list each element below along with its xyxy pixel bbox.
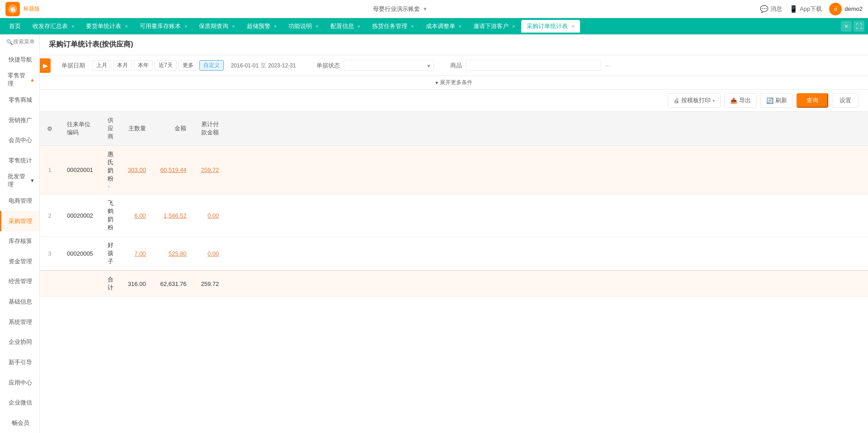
maximize-tab-button[interactable]: ⛶: [854, 21, 864, 32]
tab-采购订单统计表[interactable]: 采购订单统计表 ×: [521, 20, 580, 33]
sidebar-item-label: 快捷导航: [9, 56, 32, 64]
row-amount[interactable]: 1,586.52: [153, 195, 194, 237]
tab-close-icon[interactable]: ×: [459, 24, 462, 29]
refresh-icon: 🔄: [766, 97, 774, 104]
goods-input[interactable]: [466, 60, 601, 71]
tab-功能说明[interactable]: 功能说明 ×: [283, 20, 324, 33]
tab-close-icon[interactable]: ×: [571, 24, 574, 29]
sidebar-item-wholesale[interactable]: 批发管理 ▼: [0, 171, 39, 191]
sidebar-item-marketing[interactable]: 营销推广: [0, 110, 39, 130]
row-supplier: 飞鹤奶粉: [100, 195, 121, 237]
workspace-selector[interactable]: 母婴行业演示账套 ▾: [373, 5, 427, 13]
query-button[interactable]: 查询: [797, 93, 828, 108]
tab-close-icon[interactable]: ×: [358, 24, 360, 29]
tab-label: 可用量库存账本: [140, 22, 181, 30]
sidebar-item-operations[interactable]: 经营管理: [0, 271, 39, 292]
sidebar-item-label: 资金管理: [9, 257, 32, 266]
table-header-row: ⚙ 往来单位编码 供应商 主数量 金额 累计付款金额: [40, 112, 868, 146]
sidebar-item-label: 营销推广: [9, 116, 32, 124]
sidebar-search-label: 搜索菜单: [13, 38, 35, 46]
tab-超储预警[interactable]: 超储预警 ×: [241, 20, 282, 33]
date-btn-7days[interactable]: 近7天: [155, 60, 177, 71]
sidebar-item-purchase[interactable]: 采购管理: [0, 211, 39, 231]
sidebar-item-retail-stats[interactable]: 零售统计: [0, 151, 39, 171]
tab-保质期查询[interactable]: 保质期查询 ×: [193, 20, 240, 33]
row-quantity[interactable]: 6.00: [121, 195, 153, 237]
avatar-initials: d: [834, 6, 837, 12]
tab-邀请下游客户[interactable]: 邀请下游客户 ×: [468, 20, 520, 33]
main-layout: 🔍 搜索菜单 快捷导航 零售管理 ▲ 零售商城 营销推广 会员中心 零售统计 批…: [0, 34, 868, 433]
sidebar-item-label: 基础信息: [9, 298, 32, 306]
sidebar-item-finance[interactable]: 资金管理: [0, 252, 39, 272]
tab-close-icon[interactable]: ×: [316, 24, 318, 29]
user-profile[interactable]: d demo2: [829, 3, 863, 15]
tab-close-icon[interactable]: ×: [411, 24, 414, 29]
date-to: 2023-12-31: [268, 62, 296, 69]
sidebar-item-changhui[interactable]: 畅会员: [0, 413, 39, 433]
sidebar-item-collaboration[interactable]: 企业协同: [0, 332, 39, 352]
row-paid[interactable]: 0.00: [193, 195, 226, 237]
message-button[interactable]: 💬 消息: [760, 5, 782, 13]
tab-成本调整单[interactable]: 成本调整单 ×: [420, 20, 467, 33]
tab-label: 收发存汇总表: [33, 22, 68, 30]
print-arrow-icon: ▾: [712, 98, 715, 103]
tab-close-icon[interactable]: ×: [71, 24, 74, 29]
print-button[interactable]: 🖨 按模板打印 ▾: [668, 93, 721, 108]
sidebar-item-inventory[interactable]: 库存核算: [0, 231, 39, 252]
sidebar-item-search[interactable]: 🔍 搜索菜单: [0, 34, 39, 49]
date-btn-last-month[interactable]: 上月: [92, 60, 111, 71]
sidebar-item-quicknav[interactable]: 快捷导航: [0, 49, 39, 70]
tab-close-icon[interactable]: ×: [512, 24, 515, 29]
status-select-wrapper[interactable]: [344, 60, 434, 71]
footer-label: 合计: [100, 271, 121, 297]
goods-filter-label: 商品: [450, 62, 462, 70]
col-settings: ⚙: [40, 112, 60, 146]
tab-收发存汇总表[interactable]: 收发存汇总表 ×: [27, 20, 80, 33]
row-amount[interactable]: 60,519.44: [153, 146, 194, 195]
date-btn-more[interactable]: 更多: [179, 60, 198, 71]
tab-要货单统计表[interactable]: 要货单统计表 ×: [80, 20, 133, 33]
sidebar-item-retail-mgmt[interactable]: 零售管理 ▲: [0, 70, 39, 90]
sidebar-item-system[interactable]: 系统管理: [0, 312, 39, 332]
row-paid[interactable]: 0.00: [193, 237, 226, 271]
search-icon: 🔍: [6, 39, 13, 45]
tab-close-icon[interactable]: ×: [274, 24, 277, 29]
tab-可用量库存账本[interactable]: 可用量库存账本 ×: [134, 20, 193, 33]
refresh-button[interactable]: 🔄 刷新: [760, 93, 793, 108]
date-btn-this-year[interactable]: 本年: [134, 60, 153, 71]
sidebar-item-appcenter[interactable]: 应用中心: [0, 372, 39, 393]
sidebar-item-member[interactable]: 会员中心: [0, 130, 39, 151]
tab-home[interactable]: 首页: [4, 20, 26, 33]
tab-拣货任务管理[interactable]: 拣货任务管理 ×: [367, 20, 419, 33]
column-settings-icon[interactable]: ⚙: [47, 125, 52, 132]
sidebar-item-retail-mall[interactable]: 零售商城: [0, 90, 39, 110]
tab-close-icon[interactable]: ×: [184, 24, 187, 29]
sidebar-item-label: 会员中心: [9, 136, 32, 144]
sidebar-item-wecom[interactable]: 企业微信: [0, 393, 39, 413]
filter-area: ▶ 单据日期 上月 本月 本年 近7天 更多 自定义 2016-01-01 至 …: [40, 55, 868, 76]
row-amount[interactable]: 525.80: [153, 237, 194, 271]
date-custom-badge[interactable]: 自定义: [199, 60, 224, 71]
settings-button[interactable]: 设置: [832, 93, 859, 108]
sidebar-item-newbie[interactable]: 新手引导: [0, 352, 39, 373]
goods-more-icon[interactable]: ···: [605, 62, 610, 69]
app-download-button[interactable]: 📱 App下载: [789, 5, 822, 13]
row-paid[interactable]: 259.72: [193, 146, 226, 195]
sidebar-item-label: 企业微信: [9, 399, 32, 407]
row-quantity[interactable]: 303.00: [121, 146, 153, 195]
sidebar-item-ecommerce[interactable]: 电商管理: [0, 191, 39, 211]
tab-close-icon[interactable]: ×: [232, 24, 235, 29]
sidebar-item-basics[interactable]: 基础信息: [0, 292, 39, 312]
col-code: 往来单位编码: [60, 112, 100, 146]
date-btn-this-month[interactable]: 本月: [113, 60, 132, 71]
close-tab-button[interactable]: ×: [841, 21, 852, 32]
table-footer: 合计 316.00 62,631.76 259.72: [40, 271, 868, 297]
row-quantity[interactable]: 7.00: [121, 237, 153, 271]
export-button[interactable]: 📤 导出: [724, 93, 757, 108]
tab-配置信息[interactable]: 配置信息 ×: [325, 20, 366, 33]
expand-more-button[interactable]: ▾ 展开更多条件: [435, 79, 472, 86]
filter-toggle-button[interactable]: ▶: [40, 58, 51, 73]
chevron-down-icon: ▼: [30, 178, 35, 183]
status-select[interactable]: [344, 60, 434, 71]
tab-close-icon[interactable]: ×: [125, 24, 127, 29]
